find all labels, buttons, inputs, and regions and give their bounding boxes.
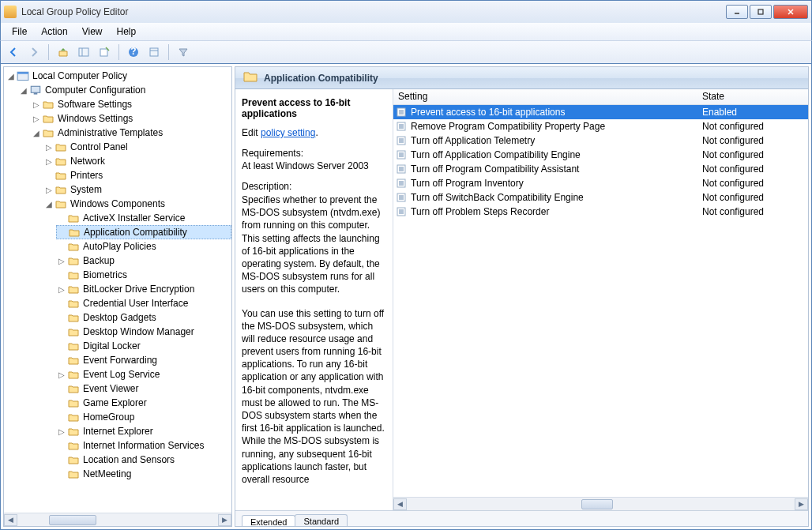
setting-row[interactable]: Turn off Application Compatibility Engin…	[393, 148, 808, 162]
tab-standard[interactable]: Standard	[295, 514, 348, 526]
policy-tree[interactable]: ◢ Local Computer Policy ◢ Computer Confi…	[4, 67, 231, 513]
tree-item-homegroup[interactable]: HomeGroup	[56, 410, 231, 424]
menu-help[interactable]: Help	[111, 24, 143, 39]
filter-button[interactable]	[174, 43, 193, 62]
tree-label: BitLocker Drive Encryption	[83, 284, 194, 295]
tree-item-eventviewer[interactable]: Event Viewer	[56, 382, 231, 396]
menu-view[interactable]: View	[76, 24, 109, 39]
close-button[interactable]	[773, 5, 808, 19]
tree-label: Computer Configuration	[45, 85, 145, 96]
folder-icon	[67, 326, 80, 337]
scroll-thumb[interactable]	[49, 515, 96, 525]
setting-state: Not configured	[697, 121, 808, 132]
folder-icon	[67, 440, 80, 451]
tree-hscrollbar[interactable]: ◀ ▶	[4, 513, 231, 526]
tree-item-bitlocker[interactable]: ▷BitLocker Drive Encryption	[56, 282, 231, 296]
tree-item-eventlog[interactable]: ▷Event Log Service	[56, 367, 231, 382]
tree-item-location[interactable]: Location and Sensors	[56, 453, 231, 467]
tree-item-software-settings[interactable]: ▷Software Settings	[31, 97, 231, 111]
setting-row[interactable]: Turn off Program InventoryNot configured	[393, 176, 808, 190]
settings-list[interactable]: Prevent access to 16-bit applicationsEna…	[393, 105, 808, 497]
edit-policy-line: Edit policy setting.	[242, 127, 386, 138]
tree-item-digilocker[interactable]: Digital Locker	[56, 339, 231, 353]
show-tree-button[interactable]	[74, 43, 93, 62]
setting-row[interactable]: Turn off Problem Steps RecorderNot confi…	[393, 205, 808, 219]
tree-label: HomeGroup	[83, 412, 134, 423]
tree-label: Control Panel	[70, 141, 128, 152]
properties-button[interactable]	[145, 43, 164, 62]
tree-item-network[interactable]: ▷Network	[43, 154, 231, 168]
setting-row[interactable]: Remove Program Compatibility Property Pa…	[393, 119, 808, 133]
app-icon	[4, 6, 17, 18]
setting-icon	[393, 150, 409, 160]
tree-item-ie[interactable]: ▷Internet Explorer	[56, 424, 231, 438]
setting-name: Prevent access to 16-bit applications	[409, 107, 697, 118]
expander-icon[interactable]: ◢	[31, 129, 42, 137]
setting-row[interactable]: Prevent access to 16-bit applicationsEna…	[393, 105, 808, 119]
tab-extended[interactable]: Extended	[242, 515, 295, 527]
maximize-button[interactable]	[750, 5, 772, 19]
tree-computer-config[interactable]: ◢ Computer Configuration	[18, 83, 231, 97]
tree-item-windows-components[interactable]: ◢Windows Components	[43, 197, 231, 211]
tree-item-gadgets[interactable]: Desktop Gadgets	[56, 310, 231, 325]
menu-action[interactable]: Action	[35, 24, 73, 39]
settings-hscrollbar[interactable]: ◀ ▶	[393, 497, 808, 510]
edit-policy-link[interactable]: policy setting	[261, 127, 315, 138]
setting-icon	[393, 107, 409, 117]
export-button[interactable]	[95, 43, 114, 62]
scroll-left-icon[interactable]: ◀	[393, 498, 407, 510]
tree-label: Local Computer Policy	[32, 70, 127, 81]
tree-item-biometrics[interactable]: Biometrics	[56, 268, 231, 282]
tree-item-control-panel[interactable]: ▷Control Panel	[43, 140, 231, 154]
scroll-right-icon[interactable]: ▶	[218, 514, 231, 526]
tree-item-autoplay[interactable]: AutoPlay Policies	[56, 239, 231, 254]
column-state[interactable]: State	[697, 89, 808, 104]
tree-item-windows-settings[interactable]: ▷Windows Settings	[31, 111, 231, 126]
expander-icon[interactable]: ▷	[56, 257, 67, 265]
tree-item-system[interactable]: ▷System	[43, 182, 231, 197]
menu-file[interactable]: File	[6, 24, 33, 39]
expander-icon[interactable]: ▷	[43, 186, 55, 194]
scroll-thumb[interactable]	[581, 499, 613, 509]
setting-row[interactable]: Turn off SwitchBack Compatibility Engine…	[393, 190, 808, 205]
setting-state: Not configured	[697, 178, 808, 189]
setting-name: Turn off Application Compatibility Engin…	[409, 149, 697, 160]
tree-item-appcompat[interactable]: Application Compatibility	[56, 225, 231, 239]
setting-row[interactable]: Turn off Application TelemetryNot config…	[393, 133, 808, 148]
scroll-left-icon[interactable]: ◀	[4, 514, 17, 526]
scroll-right-icon[interactable]: ▶	[795, 498, 808, 510]
forward-button[interactable]	[24, 43, 43, 62]
tree-item-iis[interactable]: Internet Information Services	[56, 438, 231, 453]
expander-icon[interactable]: ▷	[56, 427, 67, 436]
setting-name: Turn off Program Inventory	[409, 178, 697, 189]
expander-icon[interactable]: ▷	[43, 157, 55, 166]
expander-icon[interactable]: ▷	[56, 370, 67, 379]
tree-item-activex[interactable]: ActiveX Installer Service	[56, 211, 231, 225]
up-button[interactable]	[54, 43, 73, 62]
back-button[interactable]	[4, 43, 23, 62]
tree-item-backup[interactable]: ▷Backup	[56, 254, 231, 268]
expander-icon[interactable]: ◢	[18, 86, 29, 95]
help-button[interactable]: ?	[124, 43, 143, 62]
tree-label: Credential User Interface	[83, 298, 188, 309]
tree-root[interactable]: ◢ Local Computer Policy	[6, 69, 231, 83]
setting-name: Turn off Program Compatibility Assistant	[409, 164, 697, 175]
tree-item-dwm[interactable]: Desktop Window Manager	[56, 325, 231, 339]
expander-icon[interactable]: ▷	[56, 285, 67, 294]
tree-item-eventfwd[interactable]: Event Forwarding	[56, 353, 231, 367]
expander-icon[interactable]: ▷	[31, 115, 42, 123]
tree-item-netmeeting[interactable]: NetMeeting	[56, 467, 231, 481]
expander-icon[interactable]: ◢	[43, 200, 55, 209]
tree-item-gameexp[interactable]: Game Explorer	[56, 396, 231, 410]
expander-icon[interactable]: ▷	[43, 143, 55, 152]
expander-icon[interactable]: ◢	[6, 72, 17, 81]
column-setting[interactable]: Setting	[393, 89, 697, 104]
setting-icon	[393, 122, 409, 131]
expander-icon[interactable]: ▷	[31, 100, 42, 109]
tree-item-credui[interactable]: Credential User Interface	[56, 296, 231, 310]
minimize-button[interactable]	[726, 5, 748, 19]
tree-label: Windows Settings	[58, 113, 133, 124]
setting-row[interactable]: Turn off Program Compatibility Assistant…	[393, 162, 808, 176]
tree-item-admin-templates[interactable]: ◢Administrative Templates	[31, 126, 231, 140]
tree-item-printers[interactable]: Printers	[43, 168, 231, 182]
